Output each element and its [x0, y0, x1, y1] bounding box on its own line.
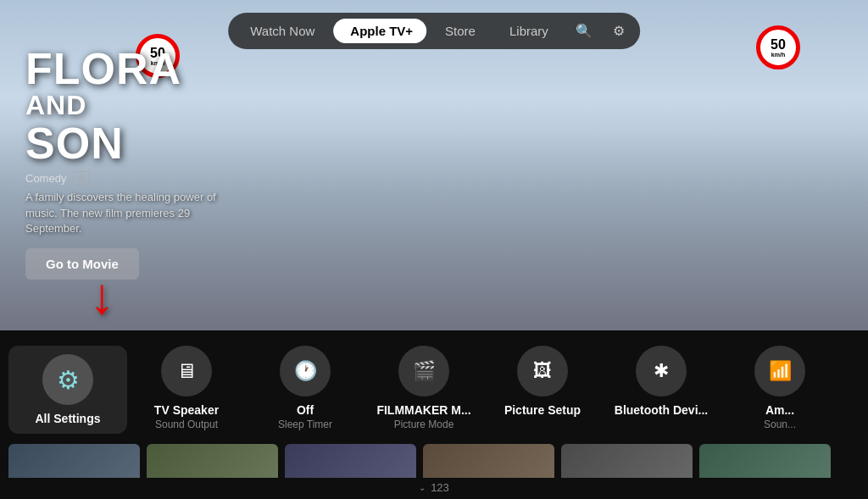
nav-library[interactable]: Library — [494, 19, 564, 43]
filmmaker-sublabel: Picture Mode — [394, 419, 454, 430]
title-line1: FLORA — [25, 46, 229, 92]
hero-content: FLORA AND SON Comedy A A family discover… — [25, 46, 229, 280]
thumb-bg-6: S... — [699, 444, 831, 478]
gear-icon[interactable]: ⚙ — [604, 18, 633, 44]
red-arrow-indicator: ↓ — [89, 271, 114, 322]
speed-number-right: 50 — [771, 38, 786, 52]
sound-icon: 📶 — [769, 360, 792, 382]
filmmaker-mode-item[interactable]: 🎬 FILMMAKER M... Picture Mode — [364, 346, 483, 430]
tv-speaker-label: TV Speaker — [154, 403, 219, 417]
thumbnail-item[interactable]: Ghosted Apple TV+ — [561, 444, 693, 478]
sleep-timer-label: Off — [297, 403, 314, 417]
speed-unit-right: km/h — [771, 52, 785, 58]
picture-setup-icon-circle: 🖼 — [517, 346, 568, 396]
thumbnail-item[interactable]: Stephen Curry: Unde... Apple TV+ — [8, 444, 140, 478]
sound-sublabel: Soun... — [764, 419, 796, 430]
bluetooth-icon-circle: ✱ — [636, 346, 687, 396]
nav-watch-now[interactable]: Watch Now — [235, 19, 330, 43]
speed-sign-right: 50 km/h — [756, 25, 800, 69]
sleep-timer-item[interactable]: 🕐 Off Sleep Timer — [246, 346, 364, 430]
hero-section: 50 km/h 50 km/h Watch Now Apple TV+ Stor… — [0, 0, 868, 330]
thumbnail-item[interactable]: Ted Lasso Apple TV+ — [147, 444, 278, 478]
channel-bar: ⌄ 123 — [0, 478, 868, 499]
nav-store[interactable]: Store — [430, 19, 491, 43]
movie-meta: Comedy A — [25, 171, 229, 185]
bluetooth-icon: ✱ — [654, 360, 669, 382]
filmmaker-icon-circle: 🎬 — [398, 346, 449, 396]
sound-item[interactable]: 📶 Am... Soun... — [721, 346, 839, 430]
title-and: AND — [25, 91, 229, 120]
thumbnail-item[interactable]: Foundation Apple TV+ — [285, 444, 416, 478]
clock-icon: 🕐 — [294, 360, 317, 382]
rating-badge: A — [73, 171, 89, 185]
thumb-bg-5: Ghosted Apple TV+ — [561, 444, 693, 478]
sleep-timer-icon-circle: 🕐 — [280, 346, 331, 396]
gear-settings-icon: ⚙ — [57, 365, 80, 395]
settings-icons-row: ⚙ All Settings 🖥 TV Speaker Sound Output… — [0, 330, 868, 441]
all-settings-item[interactable]: ⚙ All Settings — [8, 346, 127, 434]
sound-icon-circle: 📶 — [754, 346, 805, 396]
picture-setup-label: Picture Setup — [504, 403, 581, 417]
filmmaker-label: FILMMAKER M... — [376, 403, 470, 417]
nav-apple-tv[interactable]: Apple TV+ — [333, 19, 426, 43]
thumb-bg-3: Foundation Apple TV+ — [285, 444, 416, 478]
channel-number: 123 — [431, 481, 449, 494]
thumbnail-item[interactable]: S... — [699, 444, 831, 478]
movie-description: A family discovers the healing power of … — [25, 190, 229, 236]
thumbnails-row: Stephen Curry: Unde... Apple TV+ Ted Las… — [0, 444, 868, 478]
tv-speaker-item[interactable]: 🖥 TV Speaker Sound Output — [127, 346, 246, 430]
go-to-movie-button[interactable]: Go to Movie — [25, 248, 139, 280]
title-line2: SON — [25, 120, 229, 167]
bluetooth-label: Bluetooth Devi... — [615, 403, 708, 417]
sleep-timer-sublabel: Sleep Timer — [278, 419, 332, 430]
tv-speaker-icon-circle: 🖥 — [161, 346, 212, 396]
tv-speaker-sublabel: Sound Output — [155, 419, 218, 430]
film-icon: 🎬 — [413, 360, 436, 382]
nav-apple-tv-label: Apple TV+ — [350, 24, 413, 38]
sound-label: Am... — [765, 403, 794, 417]
monitor-icon: 🖥 — [176, 359, 197, 383]
genre-label: Comedy — [25, 172, 66, 185]
thumb-bg-4: Spirited Apple TV+ — [423, 444, 554, 478]
picture-icon: 🖼 — [533, 360, 552, 382]
picture-setup-item[interactable]: 🖼 Picture Setup — [483, 346, 602, 419]
thumb-bg-1: Stephen Curry: Unde... Apple TV+ — [8, 444, 140, 478]
search-icon[interactable]: 🔍 — [567, 18, 601, 44]
thumb-bg-2: Ted Lasso Apple TV+ — [147, 444, 278, 478]
top-navigation: Watch Now Apple TV+ Store Library 🔍 ⚙ — [228, 13, 640, 49]
bluetooth-item[interactable]: ✱ Bluetooth Devi... — [602, 346, 721, 419]
chevron-down-icon: ⌄ — [419, 483, 426, 492]
all-settings-label: All Settings — [35, 412, 100, 425]
movie-title: FLORA AND SON — [25, 46, 229, 167]
thumbnail-item[interactable]: Spirited Apple TV+ — [423, 444, 554, 478]
all-settings-icon-circle: ⚙ — [42, 354, 93, 405]
settings-bar: ⚙ All Settings 🖥 TV Speaker Sound Output… — [0, 330, 868, 499]
